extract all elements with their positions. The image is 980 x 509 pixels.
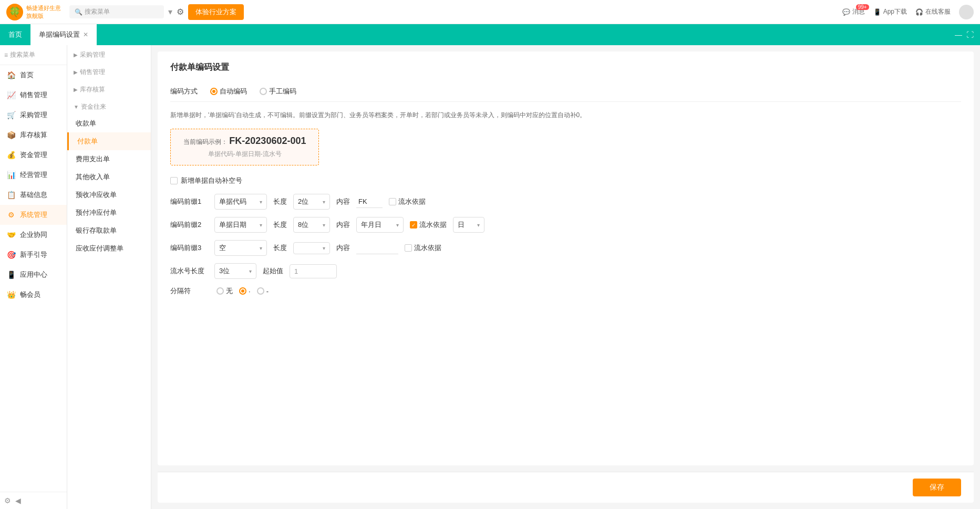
left-panel: ▶ 采购管理 ▶ 销售管理 ▶ 库存核算 ▼ 资金往来 收款单 [67,45,151,509]
app-download-item[interactable]: 📱 App下载 [873,7,907,16]
arrow-icon4: ▼ [74,104,79,110]
message-item[interactable]: 💬 消息 99+ [842,7,865,16]
left-item-prepay-receivable[interactable]: 预收冲应收单 [67,186,151,204]
sidebar-item-inventory[interactable]: 📦 库存核算 [0,125,67,145]
length1-select[interactable]: 2位 ▾ [293,194,330,210]
top-bar-middle: 🔍 搜索菜单 ▾ ⚙ 体验行业方案 [69,4,842,20]
waterfall2-checkbox-label[interactable]: ✓ 流水依据 [410,220,447,230]
prefix2-select[interactable]: 单据日期 ▾ [214,217,267,233]
sep-dash-radio[interactable]: - [257,287,269,295]
length1-label: 长度 [273,197,287,206]
period-arrow: ▾ [477,222,480,228]
serial-length-label: 流水号长度 [170,266,208,276]
sidebar-item-guide[interactable]: 🎯 新手引导 [0,245,67,265]
sidebar-item-sales[interactable]: 📈 销售管理 [0,85,67,105]
waterfall3-checkbox [405,244,412,252]
content2-select[interactable]: 年月日 ▾ [356,217,404,233]
menu-search[interactable]: 🔍 搜索菜单 [69,5,164,18]
content2-label: 内容 [336,220,350,230]
sidebar-search[interactable]: ≡ 搜索菜单 [0,45,67,65]
sidebar-collapse-icon[interactable]: ◀ [15,496,21,505]
sep-dot-radio[interactable]: · [239,287,251,295]
sidebar-item-apps[interactable]: 📱 应用中心 [0,265,67,285]
sidebar-search-icon: ≡ [4,51,8,59]
group-capital-title[interactable]: ▼ 资金往来 [67,97,151,115]
sidebar-item-purchase[interactable]: 🛒 采购管理 [0,105,67,125]
nav-minimize-icon[interactable]: — [955,30,962,39]
length2-arrow: ▾ [323,222,325,228]
prefix3-row: 编码前缀3 空 ▾ 长度 ▾ 内容 流水依据 [170,240,961,256]
length2-label: 长度 [273,220,287,230]
auto-coding-radio[interactable]: 自动编码 [210,87,247,96]
app-icon: 📱 [873,8,881,16]
home-icon: 🏠 [6,71,16,79]
prefix3-select[interactable]: 空 ▾ [214,240,267,256]
group-sales: ▶ 销售管理 [67,63,151,80]
arrow-icon: ▶ [74,52,78,58]
left-item-other-income[interactable]: 其他收入单 [67,168,151,186]
save-button[interactable]: 保存 [913,479,961,496]
enterprise-icon: 🤝 [6,231,16,239]
auto-fill-label: 新增单据自动补空号 [181,176,242,185]
length1-arrow: ▾ [323,199,325,205]
code-preview-value: FK-20230602-001 [229,136,306,146]
sidebar-item-member[interactable]: 👑 畅会员 [0,285,67,305]
content3-input[interactable] [356,242,398,254]
group-inventory-title[interactable]: ▶ 库存核算 [67,80,151,97]
content1-label: 内容 [336,197,350,206]
group-purchase-title[interactable]: ▶ 采购管理 [67,45,151,63]
length2-select[interactable]: 8位 ▾ [293,217,330,233]
close-tab-icon[interactable]: ✕ [83,31,88,38]
nav-expand-icon[interactable]: ⛶ [966,30,974,39]
content2-arrow: ▾ [396,222,399,228]
waterfall1-checkbox-label[interactable]: 流水依据 [389,197,426,206]
trial-button[interactable]: 体验行业方案 [188,4,244,20]
sep-dash-dot [257,287,264,295]
sidebar-item-home[interactable]: 🏠 首页 [0,65,67,85]
prefix2-arrow: ▾ [260,222,262,228]
search-icon: 🔍 [75,8,82,16]
sep-none-radio[interactable]: 无 [216,286,233,296]
manual-coding-dot [260,88,267,95]
left-item-prepay-payable[interactable]: 预付冲应付单 [67,204,151,222]
length3-select[interactable]: ▾ [293,242,330,254]
manual-coding-radio[interactable]: 手工编码 [260,87,296,96]
message-badge: 99+ [856,4,869,10]
content3-label: 内容 [336,243,350,253]
content-footer: 保存 [158,472,974,503]
user-avatar[interactable] [959,5,974,19]
prefix1-select[interactable]: 单据代码 ▾ [214,194,267,210]
sidebar-item-enterprise[interactable]: 🤝 企业协同 [0,225,67,245]
dropdown-icon[interactable]: ▾ [168,7,172,17]
inventory-icon: 📦 [6,131,16,139]
finance-icon: 💰 [6,151,16,159]
left-item-payment[interactable]: 付款单 [67,132,151,150]
tab-bill-coding[interactable]: 单据编码设置 ✕ [30,24,97,45]
left-item-expense[interactable]: 费用支出单 [67,150,151,168]
waterfall2-period-select[interactable]: 日 ▾ [453,217,484,233]
start-value-input[interactable] [290,264,337,278]
sidebar-item-basic[interactable]: 📋 基础信息 [0,185,67,205]
left-item-adjust[interactable]: 应收应付调整单 [67,240,151,257]
tab-home[interactable]: 首页 [0,24,30,45]
group-sales-title[interactable]: ▶ 销售管理 [67,63,151,80]
sidebar-item-system[interactable]: ⚙ 系统管理 [0,205,67,225]
logo-icon: 🍀 [6,4,23,20]
waterfall3-checkbox-label[interactable]: 流水依据 [405,243,441,253]
sidebar-settings-icon[interactable]: ⚙ [4,496,11,505]
content-area: 付款单编码设置 编码方式 自动编码 手工编码 新增单据时，'单据编码'自动生成，… [151,45,980,509]
content1-input[interactable] [356,195,383,208]
prefix2-label: 编码前缀2 [170,220,208,230]
sidebar-item-operations[interactable]: 📊 经营管理 [0,165,67,185]
auto-fill-checkbox[interactable] [170,177,178,184]
sidebar-item-finance[interactable]: 💰 资金管理 [0,145,67,165]
settings-icon[interactable]: ⚙ [177,7,184,17]
top-bar: 🍀 畅捷通好生意 旗舰版 🔍 搜索菜单 ▾ ⚙ 体验行业方案 💬 消息 99+ … [0,0,980,24]
serial-length-select[interactable]: 3位 ▾ [214,263,256,279]
page-title: 付款单编码设置 [170,62,961,73]
online-service-item[interactable]: 🎧 在线客服 [915,7,951,16]
left-item-receipt[interactable]: 收款单 [67,115,151,132]
logo: 🍀 畅捷通好生意 旗舰版 [6,4,69,20]
left-item-bank[interactable]: 银行存取款单 [67,222,151,240]
member-icon: 👑 [6,290,16,299]
